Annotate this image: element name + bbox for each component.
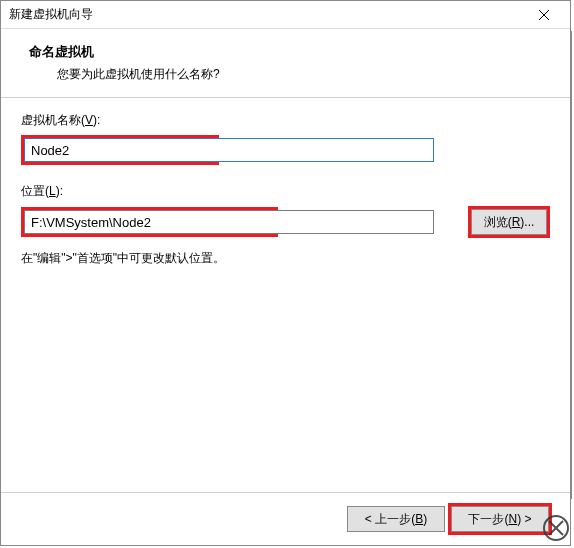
close-icon: [539, 10, 549, 20]
watermark-logo-icon: [542, 514, 570, 542]
vm-name-highlight: [21, 135, 219, 165]
location-row: 浏览(R)...: [21, 206, 550, 238]
next-button[interactable]: 下一步(N) >: [451, 506, 549, 532]
close-button[interactable]: [526, 3, 562, 27]
browse-highlight: 浏览(R)...: [468, 206, 550, 238]
next-highlight: 下一步(N) >: [448, 503, 552, 535]
back-button[interactable]: < 上一步(B): [347, 506, 445, 532]
hint-text: 在"编辑">"首选项"中可更改默认位置。: [21, 250, 550, 267]
location-highlight: [21, 207, 278, 237]
vm-name-input[interactable]: [24, 138, 434, 162]
content-area: 虚拟机名称(V): 位置(L): 浏览(R)... 在"编辑">"首选项"中可更…: [1, 98, 570, 281]
wizard-footer: < 上一步(B) 下一步(N) >: [1, 492, 570, 545]
titlebar: 新建虚拟机向导: [1, 1, 570, 29]
page-subtitle: 您要为此虚拟机使用什么名称?: [57, 66, 550, 83]
page-title: 命名虚拟机: [29, 43, 550, 61]
browse-button[interactable]: 浏览(R)...: [471, 209, 547, 235]
wizard-dialog: 新建虚拟机向导 命名虚拟机 您要为此虚拟机使用什么名称? 虚拟机名称(V): 位…: [0, 0, 571, 546]
window-title: 新建虚拟机向导: [9, 6, 526, 23]
vm-name-label: 虚拟机名称(V):: [21, 112, 550, 129]
scrollbar-edge: [570, 31, 572, 499]
wizard-header: 命名虚拟机 您要为此虚拟机使用什么名称?: [1, 29, 570, 98]
location-label: 位置(L):: [21, 183, 550, 200]
location-input[interactable]: [24, 210, 434, 234]
watermark: 创新互联: [542, 514, 574, 542]
